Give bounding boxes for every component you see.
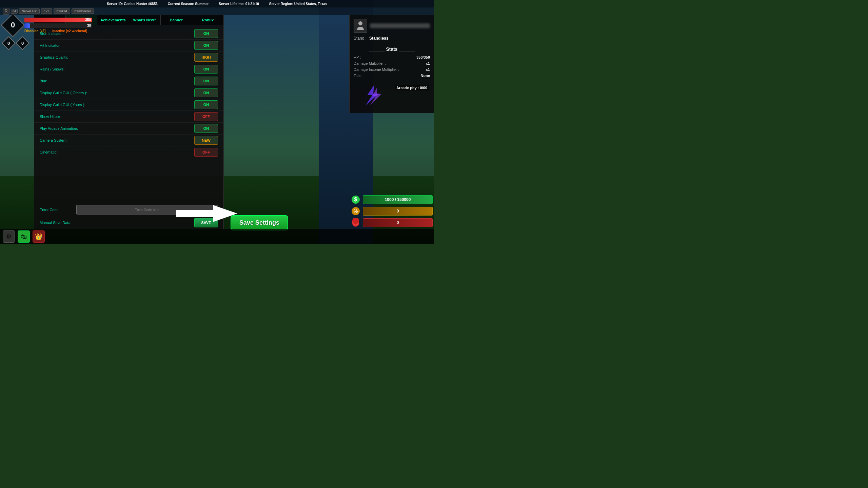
settings-row-label: Display Guild GUI ( Others ): (40, 91, 194, 95)
gear-icon: ⚙ (6, 233, 12, 240)
damage-income-label: Damage Income Multiplier : (354, 67, 399, 72)
arrow-icon (176, 205, 237, 222)
enter-code-label: Enter Code (40, 208, 74, 212)
tab-whatsnew[interactable]: What's New? (129, 15, 161, 25)
settings-row-label: Graphics Quality: (40, 55, 194, 59)
hp-stat-value: 350/350 (416, 55, 430, 59)
top-bar: Server ID: Genius Hunter #6856 Current S… (0, 0, 434, 7)
1v1-button[interactable]: 1v1 (41, 8, 52, 14)
status-inactive: Inactive [x2 weekend] (52, 29, 87, 33)
damage-mult-value: x1 (426, 61, 430, 65)
stand-row: Stand : Standless (354, 36, 430, 41)
percent-row: % 0 (351, 206, 433, 216)
tab-achievements[interactable]: Achievements (97, 15, 129, 25)
settings-toggle-btn[interactable]: OFF (194, 148, 218, 157)
damage-mult-label: Damage Multiplier : (354, 61, 386, 65)
settings-row-label: Display Guild GUI ( Yours ): (40, 103, 194, 107)
settings-row-label: Blur: (40, 79, 194, 83)
coins-row: 0 (351, 218, 433, 228)
percent-icon: % (351, 206, 361, 216)
main-score-diamond: 0 (3, 15, 23, 35)
crown-icon-button[interactable]: 👑 (33, 230, 45, 243)
settings-row: Cinematic:OFF (34, 146, 223, 158)
damage-income-value: x1 (426, 67, 430, 72)
stats-panel: Stand : Standless ______ Stats ______ HP… (349, 15, 434, 113)
svg-text:%: % (354, 208, 358, 214)
arcade-animation-area: Arcade pity : 0/60 (354, 82, 430, 109)
character-avatar (354, 19, 367, 33)
score-a-diamond: 0 (3, 37, 15, 49)
mp-bar: 30 (24, 23, 92, 28)
health-bars-container: 350 30 Disabled [x2] Inactive [x2 weeken… (24, 18, 92, 33)
title-stat-value: None (421, 74, 430, 78)
current-season: Current Season: Summer (168, 2, 209, 6)
settings-toggle-btn[interactable]: ON (194, 65, 218, 74)
settings-row-label: Cinematic: (40, 150, 194, 154)
settings-row: Camera System:NEW (34, 135, 223, 146)
crown-icon: 👑 (35, 233, 42, 240)
small-scores: 0 0 (3, 37, 92, 49)
settings-row: Rains / Snows:ON (34, 63, 223, 75)
gear-icon-button[interactable]: ⚙ (3, 230, 15, 243)
hud-topleft: 0 350 30 Disabled [x2] Inactive [x2 week… (3, 15, 92, 49)
settings-toggle-btn[interactable]: OFF (194, 112, 218, 121)
server-id: Server ID: Genius Hunter #6856 (107, 2, 158, 6)
stats-title: ______ Stats ______ (354, 46, 430, 52)
title-stat-row: Title : None (354, 74, 430, 78)
hp-bar: 350 (24, 18, 92, 22)
stand-label: Stand : (354, 36, 367, 41)
settings-toggle-btn[interactable]: ON (194, 41, 218, 50)
settings-toggle-btn[interactable]: ON (194, 77, 218, 85)
settings-row: Display Guild GUI ( Yours ):ON (34, 99, 223, 111)
damage-mult-row: Damage Multiplier : x1 (354, 61, 430, 65)
coins-icon (351, 218, 361, 228)
hp-bar-label: 350 (85, 18, 91, 22)
score-b-diamond: 0 (17, 37, 28, 49)
save-settings-button[interactable]: Save Settings (231, 215, 288, 230)
arcade-pity-text: Arcade pity : 0/60 (395, 85, 429, 90)
svg-point-0 (358, 21, 362, 25)
settings-toggle-btn[interactable]: ON (194, 29, 218, 38)
score-b-value: 0 (17, 37, 28, 49)
money-icon: $ (351, 195, 361, 205)
settings-list: Stun Indicator:ONHit Indicator:ONGraphic… (34, 25, 223, 203)
settings-row-label: Camera System: (40, 138, 194, 142)
ranked-button[interactable]: Ranked (54, 8, 70, 14)
character-name-blurred (370, 23, 430, 28)
status-labels: Disabled [x2] Inactive [x2 weekend] (24, 29, 92, 33)
coins-bar: 0 (363, 218, 433, 227)
roblox-icon: R (3, 8, 9, 15)
settings-toggle-btn[interactable]: ON (194, 100, 218, 109)
mp-bar-label: 30 (87, 23, 91, 28)
settings-toggle-btn[interactable]: HIGH (194, 53, 218, 62)
money-row: $ 1000 / 150000 (351, 195, 433, 205)
score-a-value: 0 (3, 37, 15, 49)
settings-row: Graphics Quality:HIGH (34, 52, 223, 63)
manual-save-label: Manual Save Data: (40, 221, 192, 225)
character-header (354, 19, 430, 33)
nav-buttons-bar: R 54 Server List 1v1 Ranked Randomizer (0, 7, 434, 15)
server-lifetime: Server Lifetime: 01:21:10 (219, 2, 259, 6)
percent-bar: 0 (363, 207, 433, 216)
bottom-hud: ⚙ 🛍 👑 (0, 229, 434, 244)
randomizer-button[interactable]: Randomizer (72, 8, 94, 14)
settings-row: Blur:ON (34, 75, 223, 87)
settings-toggle-btn[interactable]: ON (194, 88, 218, 97)
server-list-button[interactable]: Server List (19, 8, 40, 14)
settings-row: Play Arcade Animation:ON (34, 123, 223, 135)
server-region: Server Region: United States, Texas (269, 2, 327, 6)
settings-toggle-btn[interactable]: NEW (194, 136, 218, 145)
damage-income-row: Damage Income Multiplier : x1 (354, 67, 430, 72)
shop-icon: 🛍 (21, 233, 27, 240)
settings-row-label: Show Hitbox: (40, 115, 194, 119)
money-bar: 1000 / 150000 (363, 195, 433, 204)
settings-row: Show Hitbox:OFF (34, 111, 223, 123)
tab-robux[interactable]: Robux (192, 15, 223, 25)
settings-toggle-btn[interactable]: ON (194, 124, 218, 133)
shop-icon-button[interactable]: 🛍 (18, 230, 30, 243)
lightning-svg (360, 83, 388, 107)
player-level-badge: 54 (11, 9, 18, 14)
main-score-value: 0 (3, 15, 23, 35)
settings-row-label: Rains / Snows: (40, 67, 194, 71)
tab-banner[interactable]: Banner (161, 15, 192, 25)
